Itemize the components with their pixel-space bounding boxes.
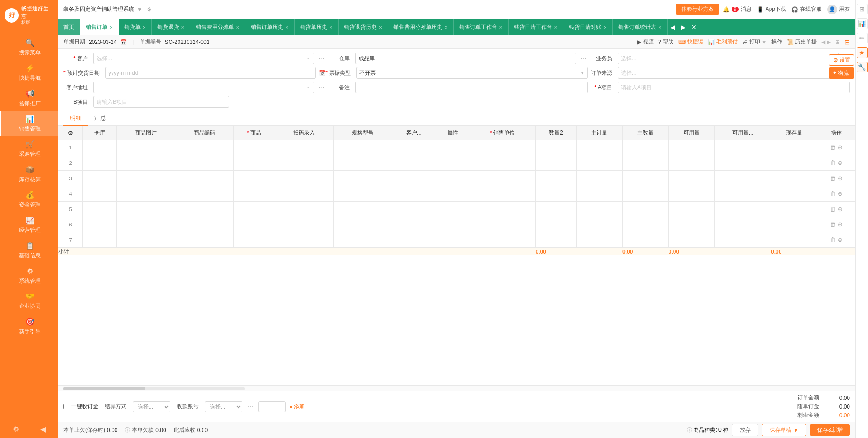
delete-icon[interactable]: 🗑 xyxy=(830,221,836,228)
delete-icon[interactable]: 🗑 xyxy=(830,175,836,182)
tab-钱货日清对账[interactable]: 钱货日清对账 ✕ xyxy=(563,19,613,35)
account-select[interactable]: 选择... xyxy=(205,401,242,412)
discard-button[interactable]: 放弃 xyxy=(732,424,758,436)
copy-icon[interactable]: ⊕ xyxy=(838,236,843,243)
delete-icon[interactable]: 🗑 xyxy=(830,206,836,212)
one-click-label[interactable]: 一键收订金 xyxy=(63,403,98,410)
right-panel-icon-4[interactable]: ★ xyxy=(857,47,868,58)
tab-close-6[interactable]: ✕ xyxy=(329,25,333,30)
delete-icon[interactable]: 🗑 xyxy=(830,236,836,243)
tab-close-4[interactable]: ✕ xyxy=(236,25,239,30)
tab-销售订单工作台[interactable]: 销售订单工作台 ✕ xyxy=(454,19,509,35)
copy-icon[interactable]: ⊕ xyxy=(838,190,843,197)
copy-icon[interactable]: ⊕ xyxy=(838,175,843,182)
amount-input[interactable]: 0.00 xyxy=(258,401,286,412)
delivery-calendar-icon[interactable]: 📅 xyxy=(319,70,325,76)
order-source-input[interactable]: 选择... xyxy=(618,67,839,79)
sidebar-item-基础信息[interactable]: 📋基础信息 xyxy=(0,238,58,263)
history-btn[interactable]: 📜 历史单据 xyxy=(787,38,817,46)
account-dots[interactable]: ··· xyxy=(246,403,255,411)
date-value[interactable]: 2023-03-24 xyxy=(89,39,116,45)
tab-next-btn[interactable]: ▶ xyxy=(678,19,689,35)
app-download-item[interactable]: 📱 App下载 xyxy=(757,5,786,13)
tab-close-8[interactable]: ✕ xyxy=(444,25,448,30)
delete-icon[interactable]: 🗑 xyxy=(830,144,836,151)
right-panel-icon-1[interactable]: ⊞ xyxy=(857,4,868,14)
tab-销货退货[interactable]: 销货退货 ✕ xyxy=(152,19,190,35)
tab-close-9[interactable]: ✕ xyxy=(499,25,503,30)
topbar-dropdown-icon[interactable]: ▼ xyxy=(137,6,142,13)
help-btn[interactable]: ? 帮助 xyxy=(658,38,674,46)
tab-销售费用分摊单历史[interactable]: 销售费用分摊单历史 ✕ xyxy=(388,19,454,35)
tab-销售订单历史[interactable]: 销售订单历史 ✕ xyxy=(245,19,295,35)
sidebar-item-资金管理[interactable]: 💰资金管理 xyxy=(0,187,58,212)
copy-icon[interactable]: ⊕ xyxy=(838,159,843,166)
save-draft-button[interactable]: 保存草稿 ▼ xyxy=(762,424,806,436)
addr-dots[interactable]: ··· xyxy=(317,83,325,91)
invoice-select[interactable]: 不开票 ▼ xyxy=(356,67,587,79)
right-panel-icon-3[interactable]: ✏ xyxy=(857,33,868,43)
sidebar-settings-icon[interactable]: ⚙ xyxy=(13,425,19,433)
add-btn[interactable]: ● 添加 xyxy=(289,403,304,410)
sidebar-item-采购管理[interactable]: 🛒采购管理 xyxy=(0,136,58,162)
tab-钱货日清工作台[interactable]: 钱货日清工作台 ✕ xyxy=(509,19,563,35)
tab-close-7[interactable]: ✕ xyxy=(378,25,382,30)
customer-input[interactable]: 选择... xyxy=(93,53,314,64)
sidebar-item-库存核算[interactable]: 📦库存核算 xyxy=(0,162,58,187)
calendar-icon[interactable]: 📅 xyxy=(120,39,127,45)
tab-销货退货历史[interactable]: 销货退货历史 ✕ xyxy=(339,19,388,35)
a-project-input[interactable]: 请输入A项目 xyxy=(618,82,850,93)
save-new-button[interactable]: 保存&新增 xyxy=(810,424,850,436)
tab-销货单[interactable]: 销货单 ✕ xyxy=(119,19,152,35)
tab-close-10[interactable]: ✕ xyxy=(554,25,558,30)
one-click-checkbox[interactable] xyxy=(63,404,69,409)
add-material-btn[interactable]: + 物流 xyxy=(829,67,854,79)
tab-close-1[interactable]: ✕ xyxy=(109,25,113,30)
sidebar-item-企业协同[interactable]: 🤝企业协同 xyxy=(0,289,58,314)
payment-select[interactable]: 选择... xyxy=(133,401,170,412)
tab-prev-btn[interactable]: ◀ xyxy=(668,19,678,35)
note-input[interactable] xyxy=(355,82,587,93)
notifications-item[interactable]: 🔔 9 消息 xyxy=(723,5,752,13)
sidebar-item-系统管理[interactable]: ⚙系统管理 xyxy=(0,263,58,289)
tab-销售订单统计表[interactable]: 销售订单统计表 ✕ xyxy=(613,19,668,35)
view-btn[interactable]: ▶ 视频 xyxy=(637,38,654,46)
warehouse-input[interactable]: 成品库 xyxy=(355,53,576,64)
tab-销货单历史[interactable]: 销货单历史 ✕ xyxy=(295,19,339,35)
print-btn[interactable]: 🖨 打印 ▼ xyxy=(742,38,767,46)
right-panel-icon-2[interactable]: 📊 xyxy=(857,18,868,29)
sidebar-item-销售管理[interactable]: 📊销售管理 xyxy=(0,111,58,136)
sidebar-item-新手引导[interactable]: 🎯新手引导 xyxy=(0,314,58,339)
sidebar-item-快捷导航[interactable]: ⚡快捷导航 xyxy=(0,60,58,86)
expand-icon[interactable]: ⊟ xyxy=(844,39,850,46)
copy-icon[interactable]: ⊕ xyxy=(838,144,843,151)
profit-btn[interactable]: 📊 毛利预估 xyxy=(708,38,738,46)
customer-dots[interactable]: ··· xyxy=(317,54,325,63)
th-scan[interactable]: 扫码录入 xyxy=(275,126,333,140)
tab-close-2[interactable]: ✕ xyxy=(142,25,146,30)
sidebar-collapse-icon[interactable]: ◀ xyxy=(40,425,46,433)
salesperson-input[interactable]: 选择... xyxy=(618,53,839,64)
online-service-item[interactable]: 🎧 在线客服 xyxy=(791,5,822,13)
sidebar-item-搜索菜单[interactable]: 🔍搜索菜单 xyxy=(0,35,58,60)
sidebar-item-营销推广[interactable]: 📢营销推广 xyxy=(0,86,58,111)
tab-销售费用分摊单[interactable]: 销售费用分摊单 ✕ xyxy=(190,19,245,35)
topbar-settings-icon[interactable]: ⚙ xyxy=(147,6,152,13)
scan-btn[interactable]: 扫码录入 xyxy=(293,130,315,136)
shortcut-btn[interactable]: ⌨ 快捷键 xyxy=(678,38,703,46)
tab-close-5[interactable]: ✕ xyxy=(285,25,289,30)
tab-close-all-btn[interactable]: ✕ xyxy=(689,19,699,35)
scroll-thumb[interactable] xyxy=(63,387,145,390)
delete-icon[interactable]: 🗑 xyxy=(830,190,836,197)
detail-tab-汇总[interactable]: 汇总 xyxy=(88,111,112,126)
warehouse-dots[interactable]: ··· xyxy=(579,54,587,63)
grid-icon[interactable]: ⊞ xyxy=(835,39,840,45)
tab-销售订单[interactable]: 销售订单 ✕ xyxy=(80,19,119,35)
delete-icon[interactable]: 🗑 xyxy=(830,159,836,166)
settings-btn[interactable]: ⚙ 设置 xyxy=(829,54,854,66)
delivery-input[interactable]: yyyy-mm-dd xyxy=(105,67,316,79)
table-wrapper[interactable]: ⚙仓库商品图片商品编码商品扫码录入规格型号客户...属性销售单位数量2主计量主数… xyxy=(58,126,855,385)
right-panel-icon-5[interactable]: 🔧 xyxy=(857,62,868,72)
solution-button[interactable]: 体验行业方案 xyxy=(676,4,719,15)
sidebar-item-经营管理[interactable]: 📈经营管理 xyxy=(0,212,58,238)
